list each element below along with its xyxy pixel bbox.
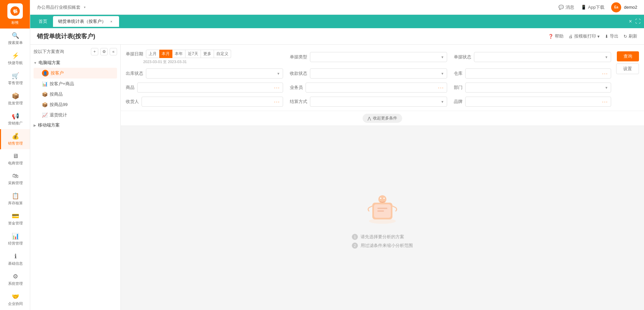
refresh-icon: ↻ [624,34,627,39]
sidebar-item-label: 资金管理 [8,221,23,226]
print-label: 按模板打印 [574,33,596,39]
top-bar-left: 办公用品行业模拟账套 ▾ [37,4,86,10]
collapse-button[interactable]: ⋀ 收起更多条件 [363,114,402,123]
scheme-item-by-goods[interactable]: 📦 按商品 [34,89,117,99]
message-button[interactable]: 💬 消息 [558,4,574,10]
type-select[interactable]: ▼ [310,52,447,62]
scheme-collapse-button[interactable]: « [110,48,117,55]
avatar-text: Ea [614,5,618,9]
message-icon: 💬 [558,5,564,10]
brand-label: 品牌 [454,99,463,105]
logo-area: 畅 标惟 [0,0,30,29]
goods-select[interactable]: ··· [137,83,283,93]
page-title: 销货单统计表(按客户) [37,32,95,40]
sidebar-item-label: 系统管理 [8,281,23,286]
scheme-add-button[interactable]: + [91,48,98,55]
type-dropdown-icon: ▼ [441,55,444,59]
print-dropdown-arrow[interactable]: ▾ [597,34,600,39]
sidebar-item-finance[interactable]: 💳 资金管理 [0,209,30,229]
scheme-item-label: 按商品 [50,91,63,97]
collapse-label: 收起更多条件 [373,115,397,121]
group-desktop-label: 电脑端方案 [39,60,60,66]
date-tab-last-month[interactable]: 上月 [146,50,159,58]
sidebar-item-enterprise[interactable]: 🤝 企业协同 [0,290,30,310]
sidebar-item-retail[interactable]: 🛒 零售管理 [0,69,30,89]
scheme-item-returns[interactable]: 📈 退货统计 [34,110,117,120]
sidebar-item-wholesale[interactable]: 📦 批发管理 [0,89,30,109]
date-tab-custom[interactable]: 自定义 [214,50,231,58]
scheme-item-icon: 📈 [42,112,48,118]
help-label: 帮助 [555,33,564,39]
sidebar-item-ops[interactable]: 📊 经营管理 [0,229,30,249]
settings-button[interactable]: 设置 [616,63,639,74]
scheme-group-desktop-title[interactable]: ▼ 电脑端方案 [34,58,117,67]
brand-filter: 品牌 ··· [454,97,611,107]
dept-select[interactable]: ▼ [465,83,611,93]
print-button[interactable]: 🖨 按模板打印 ▾ [569,33,600,39]
page-actions: ❓ 帮助 🖨 按模板打印 ▾ ⬇ 导出 ↻ 刷新 [548,33,637,39]
scheme-item-icon: 📦 [42,92,48,97]
salesperson-select[interactable]: ··· [306,83,447,93]
date-tab-this-year[interactable]: 本年 [172,50,185,58]
sidebar-menu: 🔍 搜索菜单 ⚡ 快捷导航 🛒 零售管理 📦 批发管理 📢 营销推广 💰 销售管… [0,29,30,310]
query-buttons: 查询 设置 [616,50,639,111]
inventory-icon: 📋 [12,192,19,200]
sidebar-item-sales[interactable]: 💰 销售管理 [0,129,30,149]
sidebar-item-quick-nav[interactable]: ⚡ 快捷导航 [0,49,30,69]
outstock-select[interactable]: ▼ [146,68,283,79]
sidebar-item-search[interactable]: 🔍 搜索菜单 [0,29,30,49]
collapse-arrow-icon: ▼ [34,61,37,65]
page-header: 销货单统计表(按客户) ❓ 帮助 🖨 按模板打印 ▾ ⬇ 导出 ↻ 刷新 [30,28,644,45]
filter-row-3: 商品 ··· 业务员 [126,83,611,93]
tip-1-text: 请先选择要分析的方案 [361,234,404,240]
date-range: 2023-03-01 至 2023-03-31 [126,59,283,64]
sidebar-item-marketing[interactable]: 📢 营销推广 [0,109,30,129]
scheme-item-by-goods99[interactable]: 📦 按商品99 [34,100,117,110]
tab-bar-right: × ⛶ [629,18,641,24]
date-tab-7days[interactable]: 近7天 [185,50,201,58]
date-tab-this-month[interactable]: 本月 [159,50,172,58]
date-tab-more[interactable]: 更多 [201,50,214,58]
scheme-group-mobile-title[interactable]: ▶ 移动端方案 [34,120,117,130]
export-label: 导出 [610,33,619,39]
search-icon: 🔍 [12,32,19,39]
quick-nav-icon: ⚡ [12,52,19,59]
app-title: 办公用品行业模拟账套 [37,4,80,10]
query-button[interactable]: 查询 [617,51,639,61]
settle-select[interactable]: ▼ [310,97,447,107]
refresh-button[interactable]: ↻ 刷新 [624,33,637,39]
sidebar-item-purchase[interactable]: 🛍 采购管理 [0,169,30,189]
sidebar-item-system[interactable]: ⚙ 系统管理 [0,269,30,290]
tab-close-all-button[interactable]: × [629,18,632,24]
empty-illustration [362,188,402,229]
brand-select[interactable]: ··· [465,97,611,107]
app-download-button[interactable]: 📱 App下载 [581,4,604,10]
tab-expand-button[interactable]: ⛶ [635,18,641,24]
export-button[interactable]: ⬇ 导出 [605,33,619,39]
tab-sales-stats[interactable]: 销货单统计表（按客户） × [53,16,119,27]
help-button[interactable]: ❓ 帮助 [548,33,564,39]
scheme-item-by-customer-goods[interactable]: 📊 按客户+商品 [34,79,117,89]
receiver-select[interactable]: ··· [142,97,283,107]
scheme-settings-button[interactable]: ⚙ [100,48,108,55]
collapse-arrow-icon: ▶ [34,123,36,127]
sidebar-item-ecommerce[interactable]: 🖥 电商管理 [0,149,30,169]
dept-dropdown-icon: ▼ [605,86,608,90]
scheme-item-label: 退货统计 [50,112,67,118]
payment-select[interactable]: ▼ [310,68,447,79]
status-select[interactable]: ▼ [474,52,611,62]
ecommerce-icon: 🖥 [12,153,18,160]
download-icon: 📱 [581,5,586,10]
tab-home[interactable]: 首页 [34,16,52,27]
sidebar-item-inventory[interactable]: 📋 库存核算 [0,189,30,209]
tab-close-button[interactable]: × [109,19,114,24]
user-area[interactable]: Ea demo2 [611,2,637,12]
warehouse-select[interactable]: ··· [465,68,611,79]
empty-tip-1: 1 请先选择要分析的方案 [352,234,413,240]
sidebar-item-label: 批发管理 [8,101,23,106]
goods-filter: 商品 ··· [126,83,283,93]
app-title-dropdown[interactable]: ▾ [84,5,86,9]
scheme-item-by-customer[interactable]: 👤 按客户 [34,68,117,79]
sidebar-item-basic[interactable]: ℹ 基础信息 [0,249,30,269]
type-label: 单据类型 [290,54,307,60]
